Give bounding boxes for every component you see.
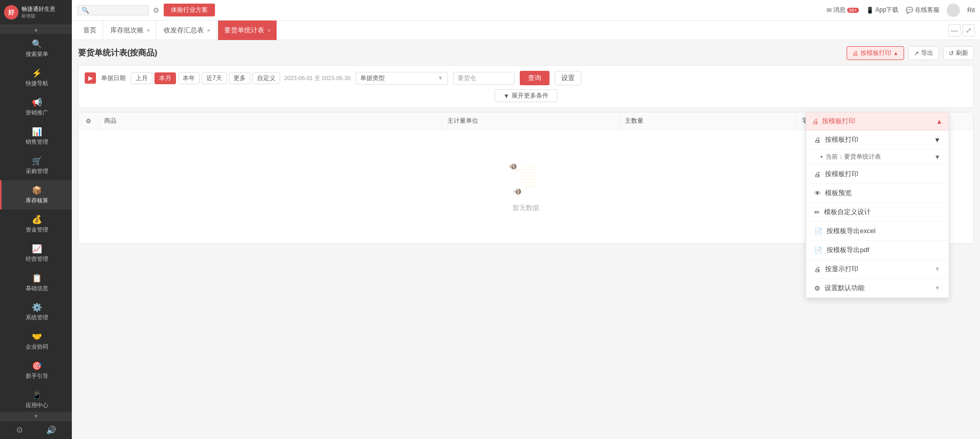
- sidebar-item-finance-label: 资金管理: [26, 226, 48, 234]
- topbar-search[interactable]: 🔍: [77, 5, 149, 15]
- col-qty-label: 主数量: [625, 117, 643, 124]
- sidebar-scroll-up[interactable]: ▲: [0, 25, 72, 34]
- dropdown-template-preview[interactable]: 👁 模板预览: [806, 184, 949, 203]
- sidebar-item-inventory-label: 库存核算: [26, 197, 48, 204]
- tab-home[interactable]: 首页: [77, 21, 103, 40]
- purchase-icon: 🛒: [32, 156, 42, 166]
- refresh-button[interactable]: ↺ 刷新: [943, 46, 974, 60]
- online-service-label: 在线客服: [915, 6, 939, 14]
- topbar: 🔍 ⚙ 体验行业方案 ✉ 消息 99+ 📱 App下载 💬 在线客服 Rit: [72, 0, 980, 21]
- dropdown-set-default[interactable]: ⚙ 设置默认功能 ▼: [806, 279, 949, 298]
- dropdown-export-excel[interactable]: 📄 按模板导出excel: [806, 222, 949, 241]
- tab-receive-summary-label: 收发存汇总表: [164, 26, 204, 35]
- col-goods-label: 商品: [104, 117, 116, 124]
- print-template-button[interactable]: 🖨 按模板打印 ▲: [847, 46, 904, 60]
- sidebar-item-enterprise[interactable]: 🤝 企业协同: [0, 327, 72, 356]
- page-title: 要货单统计表(按商品): [78, 48, 158, 59]
- display-print-left: 🖨 按显示打印: [814, 264, 858, 274]
- col-unit-label: 主计量单位: [447, 117, 478, 124]
- search-nav-icon: 🔍: [32, 39, 42, 49]
- template-print-icon: 🖨: [814, 170, 821, 178]
- dropdown-export-pdf[interactable]: 📄 按模板导出pdf: [806, 241, 949, 260]
- current-year-button[interactable]: 本年: [178, 72, 200, 84]
- goods-filter[interactable]: 要货仓: [453, 72, 515, 85]
- topbar-gear-icon[interactable]: ⚙: [153, 6, 160, 14]
- sidebar-bottom: ⚙ 🔊: [0, 421, 72, 439]
- empty-illustration: 📜: [507, 161, 545, 197]
- column-settings-icon[interactable]: ⚙: [86, 118, 91, 125]
- tab-minimize-button[interactable]: —: [948, 24, 961, 36]
- sidebar-item-newbie[interactable]: 🎯 新手引导: [0, 356, 72, 385]
- trial-button[interactable]: 体验行业方案: [164, 4, 215, 16]
- sidebar-item-purchase[interactable]: 🛒 采购管理: [0, 151, 72, 180]
- sidebar-item-marketing[interactable]: 📢 营销推广: [0, 92, 72, 122]
- sidebar-item-operations[interactable]: 📈 经营管理: [0, 239, 72, 268]
- tab-home-label: 首页: [83, 26, 96, 35]
- col-qty-header: 主数量: [620, 112, 797, 129]
- tab-order-stats-close[interactable]: ×: [267, 27, 270, 33]
- current-template-label: 按模板打印: [825, 135, 858, 144]
- export-icon: ↗: [914, 50, 919, 57]
- dropdown-header[interactable]: 🖨 按模板打印 ▲: [806, 112, 949, 130]
- tab-receive-summary[interactable]: 收发存汇总表 ×: [158, 21, 217, 40]
- template-custom-icon: ✏: [814, 208, 820, 216]
- sidebar-item-app-center[interactable]: 📱 应用中心: [0, 385, 72, 412]
- current-template-arrow: ▼: [934, 136, 940, 144]
- order-type-filter[interactable]: 单据类型 ▼: [356, 72, 448, 85]
- goods-placeholder-text: 要货仓: [458, 74, 476, 83]
- dropdown-display-print[interactable]: 🖨 按显示打印 ▼: [806, 260, 949, 279]
- current-month-button[interactable]: 本月: [154, 72, 176, 84]
- print-template-chevron-icon: ▲: [893, 50, 898, 56]
- export-label: 导出: [921, 49, 933, 58]
- tab-inventory-batch-label: 库存批次账: [110, 26, 144, 35]
- sidebar-item-finance[interactable]: 💰 资金管理: [0, 209, 72, 239]
- volume-bottom-icon[interactable]: 🔊: [46, 425, 56, 435]
- dropdown-template-custom[interactable]: ✏ 模板自定义设计: [806, 203, 949, 222]
- sales-icon: 📊: [32, 127, 42, 137]
- system-icon: ⚙️: [32, 302, 42, 312]
- app-name: 畅捷通好生意: [22, 5, 55, 12]
- sidebar-item-inventory[interactable]: 📦 库存核算: [0, 180, 72, 209]
- export-excel-icon: 📄: [814, 227, 822, 235]
- online-service-button[interactable]: 💬 在线客服: [906, 6, 939, 14]
- tab-expand-button[interactable]: ⤢: [963, 24, 975, 36]
- tab-inventory-batch-close[interactable]: ×: [147, 27, 150, 33]
- dropdown-current-template[interactable]: 🖨 按模板打印 ▼: [806, 130, 949, 149]
- filter-expand-arrow[interactable]: ▶: [85, 72, 96, 84]
- export-button[interactable]: ↗ 导出: [908, 46, 939, 60]
- tab-inventory-batch[interactable]: 库存批次账 ×: [104, 21, 156, 40]
- prev-month-button[interactable]: 上月: [131, 72, 152, 84]
- current-sub-icon: •: [820, 154, 822, 161]
- query-button[interactable]: 查询: [520, 71, 550, 85]
- sidebar-item-quicknav-label: 快捷导航: [26, 80, 48, 87]
- sidebar-item-purchase-label: 采购管理: [26, 167, 48, 175]
- refresh-icon: ↺: [949, 50, 954, 57]
- sidebar-item-sales[interactable]: 📊 销售管理: [0, 122, 72, 151]
- sidebar-item-quick-nav[interactable]: ⚡ 快捷导航: [0, 63, 72, 92]
- tab-receive-summary-close[interactable]: ×: [207, 27, 210, 33]
- settings-button[interactable]: 设置: [555, 71, 581, 85]
- print-template-label: 按模板打印: [860, 49, 891, 58]
- logo-icon: 好: [4, 5, 18, 20]
- sidebar-item-basic[interactable]: 📋 基础信息: [0, 268, 72, 297]
- sidebar-item-basic-label: 基础信息: [26, 284, 48, 292]
- sidebar-item-search[interactable]: 🔍 搜索菜单: [0, 34, 72, 63]
- settings-bottom-icon[interactable]: ⚙: [16, 425, 23, 435]
- dropdown-template-print[interactable]: 🖨 按模板打印: [806, 165, 949, 184]
- user-name: Rit: [967, 7, 975, 14]
- tab-order-stats[interactable]: 要货单统计表 ×: [218, 21, 277, 40]
- dropdown-chevron-up-icon: ▲: [936, 118, 943, 125]
- expand-chevron-icon: ▼: [503, 92, 509, 100]
- more-date-button[interactable]: 更多: [229, 72, 250, 84]
- sidebar-item-system[interactable]: ⚙️ 系统管理: [0, 297, 72, 327]
- avatar[interactable]: [947, 4, 960, 17]
- expand-more-button[interactable]: ▼ 展开更多条件: [495, 89, 557, 102]
- custom-date-button[interactable]: 自定义: [252, 72, 280, 84]
- app-download-button[interactable]: 📱 App下载: [866, 6, 898, 14]
- message-button[interactable]: ✉ 消息 99+: [827, 6, 859, 14]
- message-icon: ✉: [827, 7, 832, 14]
- dropdown-current-template-sub[interactable]: • 当前：要货单统计表 ▼: [806, 149, 949, 165]
- current-template-icon: 🖨: [814, 136, 821, 144]
- sidebar-scroll-down[interactable]: ▼: [0, 412, 72, 421]
- last7days-button[interactable]: 近7天: [202, 72, 227, 84]
